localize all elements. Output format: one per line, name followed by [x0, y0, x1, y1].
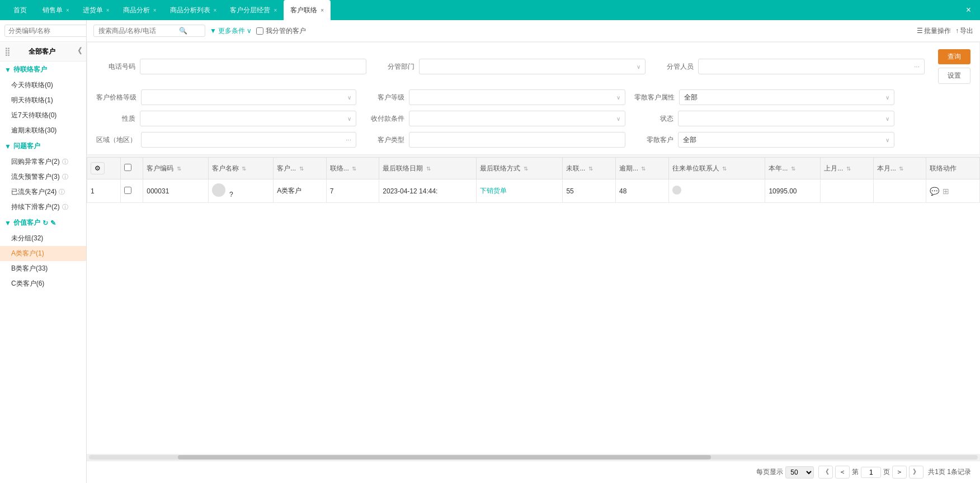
- td-checkbox[interactable]: [120, 179, 143, 203]
- filter-retail-attr-select[interactable]: 全部 ∨: [679, 89, 894, 105]
- search-icon[interactable]: 🔍: [179, 27, 187, 35]
- page-size-dropdown[interactable]: 50 100 200: [785, 466, 814, 479]
- th-this-month[interactable]: 本月... ⇅: [873, 158, 926, 179]
- setting-btn[interactable]: 设置: [938, 68, 970, 84]
- sidebar-header-dots: ⣿: [4, 47, 10, 56]
- nav-tab-sales[interactable]: 销售单 ×: [36, 0, 76, 20]
- query-btn[interactable]: 查询: [938, 49, 970, 64]
- th-name[interactable]: 客户名称 ⇅: [208, 158, 273, 179]
- sidebar-item-declining[interactable]: 持续下滑客户(2) ⓘ: [0, 200, 86, 215]
- filter-price-label: 客户价格等级: [96, 93, 136, 102]
- last-page-btn[interactable]: 》: [909, 466, 924, 479]
- filter-dept-select[interactable]: ∨: [419, 59, 646, 74]
- chat-icon[interactable]: 💬: [930, 187, 939, 196]
- filter-phone-input[interactable]: [140, 59, 366, 74]
- filter-manager-select[interactable]: ···: [698, 59, 925, 74]
- page-nav: 《 ＜ 第 页 ＞ 》: [818, 466, 924, 479]
- sidebar-item-today[interactable]: 今天待联络(0): [0, 78, 86, 93]
- nav-home[interactable]: 首页: [4, 0, 36, 20]
- filter-region-select[interactable]: ···: [141, 132, 356, 148]
- refresh-icon[interactable]: ↻: [43, 219, 48, 227]
- sidebar-item-class-c[interactable]: C类客户(6): [0, 276, 86, 291]
- filter-more-btn[interactable]: ▼ 更多条件 ∨: [210, 26, 252, 36]
- sidebar-section-value[interactable]: ▼ 价值客户 ↻ ✎: [0, 215, 86, 231]
- table-settings-btn[interactable]: ⚙: [91, 162, 105, 174]
- sidebar-item-churned[interactable]: 已流失客户(24) ⓘ: [0, 184, 86, 200]
- close-analysis-list-tab[interactable]: ×: [214, 7, 217, 13]
- sidebar-all-customers-header[interactable]: ⣿ 全部客户 《: [0, 42, 86, 61]
- th-gear[interactable]: ⚙: [87, 158, 121, 179]
- my-customer-checkbox-label[interactable]: 我分管的客户: [256, 26, 306, 36]
- nav-tab-customer-mgmt[interactable]: 客户分层经营 ×: [223, 0, 284, 20]
- th-code[interactable]: 客户编码 ⇅: [143, 158, 208, 179]
- nav-tab-purchase[interactable]: 进货单 ×: [76, 0, 116, 20]
- sidebar-search-input[interactable]: [4, 25, 87, 37]
- info-icon-2: ⓘ: [62, 173, 68, 181]
- filter-retail-customer: 零散客户 全部 ∨: [634, 132, 894, 148]
- last-method-link[interactable]: 下销货单: [480, 187, 507, 195]
- filter-customer-level-select[interactable]: ∨: [409, 89, 625, 105]
- prev-page-btn[interactable]: ＜: [835, 466, 850, 479]
- row-checkbox[interactable]: [124, 187, 131, 194]
- td-no-contact: 55: [563, 179, 616, 203]
- th-overdue[interactable]: 逾期... ⇅: [616, 158, 669, 179]
- filter-retail-customer-select[interactable]: 全部 ∨: [678, 132, 894, 148]
- sidebar-item-tomorrow[interactable]: 明天待联络(1): [0, 93, 86, 108]
- th-customer-type[interactable]: 客户... ⇅: [274, 158, 327, 179]
- info-icon-3: ⓘ: [59, 188, 65, 196]
- nav-tab-analysis[interactable]: 商品分析 ×: [116, 0, 163, 20]
- th-this-year[interactable]: 本年... ⇅: [765, 158, 821, 179]
- page-number-input[interactable]: [861, 467, 881, 478]
- next-page-btn[interactable]: ＞: [892, 466, 907, 479]
- close-all-btn[interactable]: ×: [962, 5, 976, 15]
- close-analysis-tab[interactable]: ×: [153, 7, 157, 13]
- sidebar-item-class-b[interactable]: B类客户(33): [0, 261, 86, 276]
- select-all-checkbox[interactable]: [124, 164, 131, 171]
- sidebar-item-churn-warning[interactable]: 流失预警客户(3) ⓘ: [0, 169, 86, 184]
- nav-tab-customer-contact[interactable]: 客户联络 ×: [284, 0, 331, 20]
- horizontal-scrollbar[interactable]: [87, 454, 980, 461]
- filter-payment: 收付款条件 ∨: [365, 111, 625, 126]
- sidebar-collapse-icon[interactable]: 《: [74, 46, 82, 56]
- filter-status-select[interactable]: ∨: [678, 111, 894, 126]
- scrollbar-thumb[interactable]: [178, 455, 711, 460]
- sort-icon-contact: ⇅: [352, 165, 356, 172]
- th-contact-count[interactable]: 联络... ⇅: [326, 158, 379, 179]
- my-customer-checkbox[interactable]: [256, 27, 263, 35]
- sidebar-item-7days[interactable]: 近7天待联络(0): [0, 108, 86, 123]
- filter-payment-select[interactable]: ∨: [409, 111, 625, 126]
- th-checkbox[interactable]: [120, 158, 143, 179]
- sidebar-section-pending[interactable]: ▼ 待联络客户: [0, 61, 86, 78]
- search-input[interactable]: [98, 27, 177, 35]
- th-last-month[interactable]: 上月... ⇅: [821, 158, 874, 179]
- th-last-date[interactable]: 最后联络日期 ⇅: [379, 158, 477, 179]
- filter-nature-select[interactable]: ∨: [140, 111, 356, 126]
- close-customer-mgmt-tab[interactable]: ×: [274, 7, 277, 13]
- th-last-method[interactable]: 最后联络方式 ⇅: [477, 158, 563, 179]
- th-contact-person[interactable]: 往来单位联系人 ⇅: [668, 158, 765, 179]
- first-page-btn[interactable]: 《: [818, 466, 833, 479]
- sidebar-item-abnormal[interactable]: 回购异常客户(2) ⓘ: [0, 154, 86, 169]
- sort-icon-person: ⇅: [722, 165, 727, 172]
- close-sales-tab[interactable]: ×: [66, 7, 69, 13]
- batch-op-btn[interactable]: ☰ 批量操作: [917, 26, 951, 36]
- sidebar-item-overdue[interactable]: 逾期未联络(30): [0, 123, 86, 138]
- close-customer-contact-tab[interactable]: ×: [321, 7, 324, 13]
- th-no-contact[interactable]: 未联... ⇅: [563, 158, 616, 179]
- filter-price-select[interactable]: ∨: [141, 89, 356, 105]
- export-btn[interactable]: ↑ 导出: [955, 26, 973, 36]
- filter-status: 状态 ∨: [634, 111, 894, 126]
- sort-icon-year: ⇅: [791, 165, 795, 172]
- filter-customer-type-input[interactable]: [409, 132, 625, 148]
- edit-icon[interactable]: ✎: [50, 219, 56, 227]
- sidebar-item-class-a[interactable]: A类客户(1): [0, 246, 86, 261]
- sidebar-section-problem[interactable]: ▼ 问题客户: [0, 138, 86, 154]
- arrow-down-icon: ▼: [4, 66, 11, 74]
- grid-icon[interactable]: ⊞: [943, 187, 949, 196]
- sort-icon-date: ⇅: [426, 165, 431, 172]
- sidebar-item-ungrouped[interactable]: 未分组(32): [0, 231, 86, 246]
- sort-icon-code: ⇅: [177, 165, 181, 172]
- td-last-method[interactable]: 下销货单: [477, 179, 563, 203]
- close-purchase-tab[interactable]: ×: [106, 7, 110, 13]
- nav-tab-analysis-list[interactable]: 商品分析列表 ×: [163, 0, 224, 20]
